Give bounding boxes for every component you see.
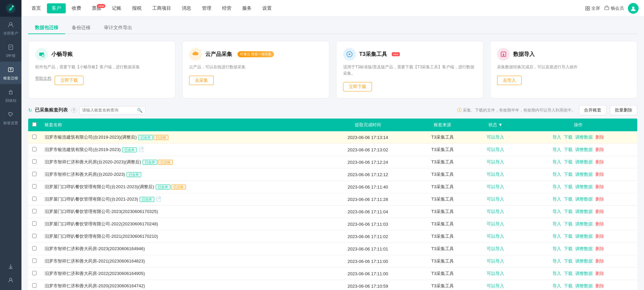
adjust-action[interactable]: 调整数据: [575, 246, 593, 251]
import-go-btn[interactable]: 去导入: [497, 76, 522, 85]
adjust-action[interactable]: 调整数据: [575, 209, 593, 214]
import-action[interactable]: 导入: [552, 209, 561, 214]
adjust-action[interactable]: 调整数据: [575, 283, 593, 288]
sidebar-item-tag-settings[interactable]: 标签设置: [0, 106, 21, 129]
row-checkbox[interactable]: [32, 147, 37, 151]
row-checkbox[interactable]: [32, 234, 37, 238]
row-checkbox[interactable]: [32, 221, 37, 226]
tab-data-migration[interactable]: 数据包迁移: [28, 22, 65, 34]
sidebar-item-account-migration[interactable]: 账套迁移: [0, 62, 21, 84]
delete-action[interactable]: 删除: [595, 172, 604, 177]
delete-action[interactable]: 删除: [595, 271, 604, 276]
delete-action[interactable]: 删除: [595, 159, 604, 164]
import-action[interactable]: 导入: [552, 147, 561, 152]
adjust-action[interactable]: 调整数据: [575, 172, 593, 177]
download-action[interactable]: 下载: [564, 271, 573, 276]
nav-management[interactable]: 管理: [197, 3, 216, 13]
col-status[interactable]: 状态 ▼: [471, 119, 519, 131]
download-action[interactable]: 下载: [564, 234, 573, 239]
xiao-chang-help-doc-btn[interactable]: 帮助文档: [35, 76, 51, 85]
import-action[interactable]: 导入: [552, 259, 561, 264]
delete-action[interactable]: 删除: [595, 246, 604, 251]
import-action[interactable]: 导入: [552, 159, 561, 164]
nav-business[interactable]: 工商项目: [148, 3, 176, 13]
download-action[interactable]: 下载: [564, 221, 573, 226]
delete-action[interactable]: 删除: [595, 184, 604, 189]
adjust-action[interactable]: 调整数据: [575, 234, 593, 239]
adjust-action[interactable]: 调整数据: [575, 184, 593, 189]
import-action[interactable]: 导入: [552, 271, 561, 276]
import-action[interactable]: 导入: [552, 172, 561, 177]
nav-operation[interactable]: 经营: [217, 3, 236, 13]
file-icon[interactable]: 📄: [156, 196, 161, 202]
row-checkbox[interactable]: [32, 184, 37, 189]
import-action[interactable]: 导入: [552, 135, 561, 140]
sidebar-user[interactable]: [7, 273, 14, 287]
sidebar-item-recycle-bin[interactable]: 回收站: [0, 84, 21, 106]
import-action[interactable]: 导入: [552, 184, 561, 189]
adjust-action[interactable]: 调整数据: [575, 147, 593, 152]
sidebar-download[interactable]: [7, 260, 14, 273]
import-action[interactable]: 导入: [552, 197, 561, 202]
download-action[interactable]: 下载: [564, 159, 573, 164]
delete-action[interactable]: 删除: [595, 221, 604, 226]
nav-service[interactable]: 服务: [237, 3, 256, 13]
download-action[interactable]: 下载: [564, 259, 573, 264]
nav-home[interactable]: 首页: [27, 3, 46, 13]
delete-action[interactable]: 删除: [595, 259, 604, 264]
tab-backup-migration[interactable]: 备份迁移: [65, 22, 97, 34]
delete-action[interactable]: 删除: [595, 135, 604, 140]
download-action[interactable]: 下载: [564, 184, 573, 189]
row-checkbox[interactable]: [32, 135, 37, 139]
delete-action[interactable]: 删除: [595, 283, 604, 288]
nav-tax[interactable]: 报税: [127, 3, 146, 13]
delete-action[interactable]: 删除: [595, 197, 604, 202]
list-help-icon[interactable]: ?: [71, 107, 76, 113]
row-checkbox[interactable]: [32, 172, 37, 176]
nav-accounting[interactable]: 记账: [107, 3, 126, 13]
row-checkbox[interactable]: [32, 283, 37, 288]
import-action[interactable]: 导入: [552, 246, 561, 251]
import-action[interactable]: 导入: [552, 234, 561, 239]
download-action[interactable]: 下载: [564, 283, 573, 288]
row-checkbox[interactable]: [32, 271, 37, 275]
row-checkbox[interactable]: [32, 197, 37, 201]
nav-customer[interactable]: 客户: [47, 3, 66, 13]
download-action[interactable]: 下载: [564, 197, 573, 202]
delete-action[interactable]: 删除: [595, 147, 604, 152]
download-action[interactable]: 下载: [564, 172, 573, 177]
sidebar-item-zero-report[interactable]: 0申报: [0, 39, 21, 62]
select-all-checkbox[interactable]: [32, 122, 37, 127]
delete-action[interactable]: 删除: [595, 209, 604, 214]
nav-collection[interactable]: 收费: [67, 3, 86, 13]
download-action[interactable]: 下载: [564, 209, 573, 214]
nav-message[interactable]: 消息: [177, 3, 196, 13]
file-icon[interactable]: 📄: [138, 147, 144, 152]
t3-download-btn[interactable]: 立即下载: [343, 82, 372, 91]
adjust-action[interactable]: 调整数据: [575, 271, 593, 276]
search-input[interactable]: [82, 108, 136, 113]
adjust-action[interactable]: 调整数据: [575, 259, 593, 264]
user-avatar[interactable]: [628, 3, 639, 14]
tab-audit-export[interactable]: 审计文件导出: [97, 22, 139, 34]
xiao-chang-download-btn[interactable]: 立即下载: [55, 76, 84, 85]
nav-invoice[interactable]: 票据 new: [87, 3, 106, 13]
row-checkbox[interactable]: [32, 159, 37, 164]
import-action[interactable]: 导入: [552, 283, 561, 288]
member-btn[interactable]: 畅会员: [604, 5, 624, 11]
adjust-action[interactable]: 调整数据: [575, 197, 593, 202]
row-checkbox[interactable]: [32, 246, 37, 250]
cloud-collect-btn[interactable]: 去采集: [189, 76, 214, 85]
batch-delete-btn[interactable]: 批量删除: [610, 105, 637, 115]
adjust-action[interactable]: 调整数据: [575, 221, 593, 226]
row-checkbox[interactable]: [32, 259, 37, 263]
row-checkbox[interactable]: [32, 209, 37, 213]
fullscreen-btn[interactable]: 全屏: [585, 5, 600, 11]
refresh-icon[interactable]: ↻: [28, 107, 32, 113]
delete-action[interactable]: 删除: [595, 234, 604, 239]
adjust-action[interactable]: 调整数据: [575, 159, 593, 164]
merge-accounts-btn[interactable]: 合并账套: [579, 105, 606, 115]
search-icon[interactable]: 🔍: [137, 108, 143, 113]
download-action[interactable]: 下载: [564, 147, 573, 152]
adjust-action[interactable]: 调整数据: [575, 135, 593, 140]
